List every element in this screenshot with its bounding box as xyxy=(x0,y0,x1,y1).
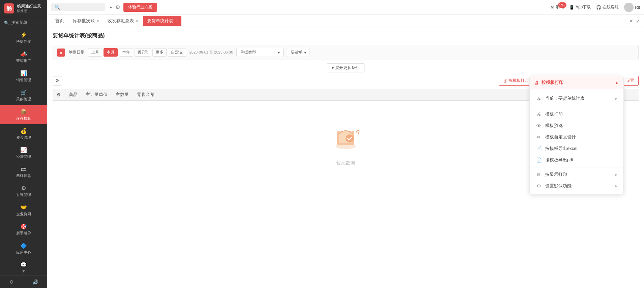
setup-button[interactable]: 设置 xyxy=(622,76,639,86)
col-unit: 主计量单位 xyxy=(82,89,112,101)
topbar-dropdown-arrow: ▾ xyxy=(110,5,112,10)
current-template-section: 🖨 当前：要货单统计表 ▶ xyxy=(530,91,623,105)
tab-maximize-button[interactable]: ⤢ xyxy=(636,18,640,24)
guide-icon: 🎯 xyxy=(20,223,27,230)
tabs-right-actions: ✕ ⤢ xyxy=(629,18,640,24)
search-icon: 🔍 xyxy=(4,21,9,25)
tab-collection-summary[interactable]: 收发存汇总表 × xyxy=(104,16,142,26)
date-btn-last-month[interactable]: 上月 xyxy=(88,48,102,57)
date-btn-7days[interactable]: 近7天 xyxy=(135,48,151,57)
print-dropdown-title-group: 🖨 按模板打印 xyxy=(534,79,563,86)
main-area: 🔍 ▾ ⚙ 体验行业方案 ✉ 消息 99+ 📱 App下载 🎧 在线客服 xyxy=(47,0,644,288)
tab-close-all-button[interactable]: ✕ xyxy=(629,18,633,24)
default-func-arrow: ▶ xyxy=(615,184,617,188)
tab-home[interactable]: 首页 xyxy=(51,16,68,26)
sidebar-nav: ⚡ 快捷导航 📣 营销推广 📊 销售管理 🛒 采购管理 📦 库存核算 💰 资金管… xyxy=(0,28,47,266)
dropdown-divider-1 xyxy=(530,107,623,107)
topbar-user-avatar[interactable]: Rit xyxy=(624,3,640,12)
dropdown-display-print[interactable]: 🖥 按显示打印 ▶ xyxy=(530,169,623,180)
topbar-search-box[interactable]: 🔍 xyxy=(51,3,105,11)
sidebar-item-marketing[interactable]: 📣 营销推广 xyxy=(0,47,47,67)
table-settings-button[interactable]: ⚙ xyxy=(53,76,62,86)
display-print-arrow: ▶ xyxy=(615,172,617,177)
tab-inventory-batch-close[interactable]: × xyxy=(97,19,99,23)
tab-order-stats[interactable]: 要货单统计表 × xyxy=(143,16,181,26)
date-btn-custom[interactable]: 自定义 xyxy=(168,48,186,57)
tab-order-stats-close[interactable]: × xyxy=(175,19,177,23)
page-title: 要货单统计表(按商品) xyxy=(53,32,639,39)
dropdown-template-preview[interactable]: 👁 模板预览 xyxy=(530,120,623,131)
sidebar-item-finance[interactable]: 💰 资金管理 xyxy=(0,124,47,143)
date-btn-more[interactable]: 更多 xyxy=(152,48,167,57)
print-icon: 🖨 xyxy=(503,78,507,83)
date-btn-this-year[interactable]: 本年 xyxy=(119,48,133,57)
sidebar: 畅 畅康通好生意 标准版 🔍 搜索菜单 ⚡ 快捷导航 📣 营销推广 📊 销售管理… xyxy=(0,0,47,288)
app-logo-icon: 畅 xyxy=(4,3,14,13)
print-dropdown-icon: 🖨 xyxy=(534,80,539,85)
topbar-app-download-button[interactable]: 📱 App下载 xyxy=(569,4,591,10)
tabs-bar: 首页 库存批次账 × 收发存汇总表 × 要货单统计表 × ✕ ⤢ xyxy=(47,15,644,27)
sidebar-sound-button[interactable]: 🔊 xyxy=(32,279,38,285)
sidebar-item-inventory[interactable]: 📦 库存核算 xyxy=(0,105,47,124)
dropdown-divider-2 xyxy=(530,167,623,167)
empty-state-icon xyxy=(329,121,362,155)
sidebar-settings-button[interactable]: ⚙ xyxy=(9,279,14,285)
service-icon: 🎧 xyxy=(596,5,601,10)
collab-icon: 🤝 xyxy=(20,204,27,211)
topbar-promo-button[interactable]: 体验行业方案 xyxy=(123,3,157,12)
template-custom-icon: ✏ xyxy=(536,134,542,140)
default-func-icon: ⚙ xyxy=(536,183,542,189)
sidebar-item-purchase[interactable]: 🛒 采购管理 xyxy=(0,86,47,105)
display-print-icon: 🖥 xyxy=(536,172,542,177)
filter-tag-select[interactable]: 要货单 ▾ xyxy=(287,48,310,57)
sidebar-search-item[interactable]: 🔍 搜索菜单 xyxy=(0,17,47,28)
app-center-icon: 🔷 xyxy=(20,243,27,249)
date-btn-this-month[interactable]: 本月 xyxy=(104,48,118,57)
topbar-search-icon: 🔍 xyxy=(55,5,60,10)
filter-expand-button[interactable]: » xyxy=(57,49,65,57)
system-icon: ⚙ xyxy=(21,185,26,191)
dropdown-default-func[interactable]: ⚙ 设置默认功能 ▶ xyxy=(530,180,623,192)
topbar-dropdown[interactable]: ▾ xyxy=(109,5,112,10)
tab-inventory-batch[interactable]: 库存批次账 × xyxy=(69,16,103,26)
print-dropdown-menu: 🖨 按模板打印 ▲ 🖨 当前：要货单统计表 ▶ xyxy=(529,76,624,194)
sidebar-item-basic[interactable]: 🗃 基础信息 xyxy=(0,163,47,182)
type-select-arrow: ▾ xyxy=(278,50,280,55)
topbar-search-input[interactable] xyxy=(62,5,99,10)
topbar-message-button[interactable]: ✉ 消息 99+ xyxy=(551,4,564,10)
dropdown-template-pdf[interactable]: 📄 按模板导出pdf xyxy=(530,154,623,166)
wechat-icon: 💬 xyxy=(20,262,27,266)
col-settings[interactable]: ⚙ xyxy=(53,89,65,101)
col-amount: 零售金额 xyxy=(133,89,158,101)
topbar-online-service-button[interactable]: 🎧 在线客服 xyxy=(596,4,619,10)
template-print-icon: 🖨 xyxy=(536,111,542,117)
app-name: 畅康通好生意 标准版 xyxy=(17,4,41,13)
topbar-gear-icon[interactable]: ⚙ xyxy=(115,4,120,10)
print-dropdown-close-arrow[interactable]: ▲ xyxy=(614,80,619,85)
sidebar-item-system[interactable]: ⚙ 系统管理 xyxy=(0,182,47,201)
sidebar-logo: 畅 畅康通好生意 标准版 xyxy=(0,0,47,17)
sidebar-item-sales[interactable]: 📊 销售管理 xyxy=(0,67,47,86)
filter-bar: » 单据日期 上月 本月 本年 近7天 更多 自定义 2023-06-01 至 … xyxy=(53,45,639,60)
sidebar-item-guide[interactable]: 🎯 新手引导 xyxy=(0,220,47,239)
dropdown-template-print[interactable]: 🖨 模板打印 xyxy=(530,108,623,120)
template-preview-icon: 👁 xyxy=(536,123,542,128)
inventory-icon: 📦 xyxy=(20,108,27,115)
expand-more-icon: ▾ xyxy=(332,66,334,70)
sidebar-scroll-down[interactable]: ▼ xyxy=(0,266,47,276)
sidebar-item-wechat[interactable]: 💬 企业微信 xyxy=(0,258,47,266)
print-dropdown-header[interactable]: 🖨 按模板打印 ▲ xyxy=(530,76,623,89)
dropdown-template-custom[interactable]: ✏ 模板自定义设计 xyxy=(530,131,623,143)
sidebar-item-quick-nav[interactable]: ⚡ 快捷导航 xyxy=(0,28,47,47)
tab-collection-summary-close[interactable]: × xyxy=(136,19,138,23)
purchase-icon: 🛒 xyxy=(20,89,27,96)
sidebar-item-operation[interactable]: 📈 经营管理 xyxy=(0,143,47,163)
current-template-item[interactable]: 🖨 当前：要货单统计表 ▶ xyxy=(530,93,623,104)
dropdown-template-excel[interactable]: 📄 按模板导出excel xyxy=(530,143,623,154)
marketing-icon: 📣 xyxy=(20,51,27,57)
filter-type-select[interactable]: 单据类型 ▾ xyxy=(236,48,284,57)
sidebar-item-app-center[interactable]: 🔷 应用中心 xyxy=(0,239,47,258)
expand-more-button[interactable]: ▾ 展开更多条件 xyxy=(327,63,364,72)
date-buttons-group: 上月 本月 本年 近7天 更多 自定义 xyxy=(88,48,186,57)
sidebar-item-collab[interactable]: 🤝 企业协同 xyxy=(0,201,47,220)
